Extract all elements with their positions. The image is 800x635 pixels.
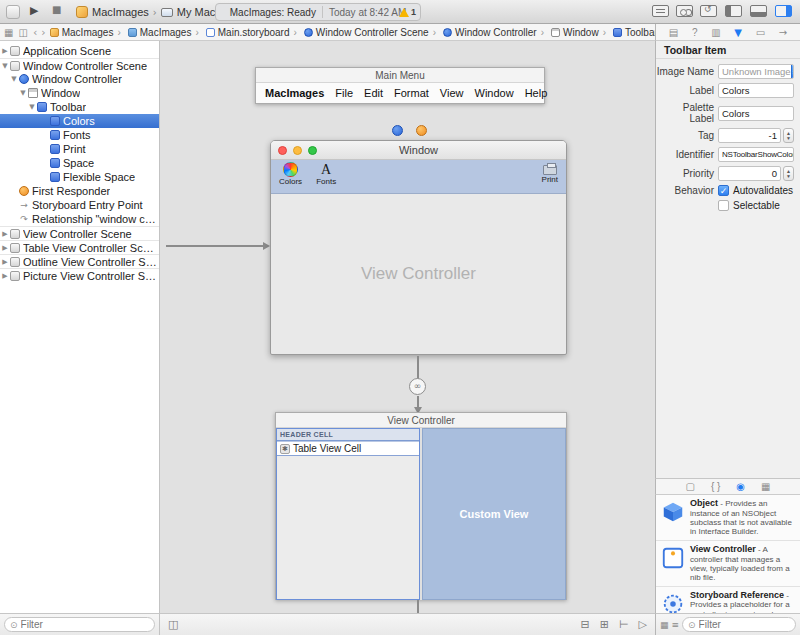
forward-button[interactable]: › (41, 26, 45, 39)
library-item-view-controller[interactable]: View Controller - A controller that mana… (656, 541, 800, 587)
outline-row-application-scene[interactable]: ▶Application Scene (0, 44, 159, 58)
warning-badge[interactable]: 1 (399, 7, 416, 17)
outline-row-window-controller-scene[interactable]: ▼Window Controller Scene (0, 58, 159, 72)
align-button-icon[interactable]: ⊞ (600, 618, 609, 631)
storyboard-entry-arrow[interactable] (166, 245, 264, 247)
window-mock[interactable]: Window Colors A Fonts Print View Contro (270, 140, 567, 355)
size-inspector-icon[interactable]: ▭ (756, 27, 765, 38)
main-menu-panel[interactable]: Main Menu MacImages File Edit Format Vie… (255, 67, 545, 104)
tag-stepper[interactable]: ▲▼ (783, 128, 794, 143)
label-field[interactable]: Colors (718, 83, 794, 98)
library-item-object[interactable]: Object - Provides an instance of an NSOb… (656, 495, 800, 541)
zoom-icon[interactable] (308, 146, 317, 155)
grid-view-icon[interactable]: ▦ (660, 620, 669, 630)
run-button[interactable]: ▶ (30, 4, 38, 17)
utilities-toggle-icon[interactable] (775, 5, 792, 17)
custom-view[interactable]: Custom View (422, 428, 566, 600)
selectable-checkbox[interactable] (718, 200, 729, 211)
table-view-cell[interactable]: ✱ Table View Cell (277, 441, 419, 456)
stack-button-icon[interactable]: ⊟ (581, 618, 590, 631)
menu-item-view[interactable]: View (440, 87, 464, 99)
assistant-editor-icon[interactable] (676, 5, 693, 17)
view-controller-panel[interactable]: View Controller HEADER CELL ✱ Table View… (275, 412, 567, 600)
pin-button-icon[interactable]: ⊢ (619, 618, 629, 631)
quick-help-inspector-icon[interactable]: ? (692, 27, 698, 38)
outline-row-space[interactable]: Space (0, 156, 159, 170)
window-toolbar[interactable]: Colors A Fonts Print (271, 160, 566, 194)
identifier-field[interactable]: NSToolbarShowColorsItem (718, 147, 794, 162)
autovalidates-checkbox[interactable] (718, 185, 729, 196)
resolve-button-icon[interactable]: ▷ (639, 618, 647, 631)
selectable-option[interactable]: Selectable (718, 200, 780, 211)
window-controller-dock-icon[interactable] (392, 125, 403, 136)
menu-item-file[interactable]: File (335, 87, 353, 99)
first-responder-dock-icon[interactable] (416, 125, 427, 136)
menu-item-edit[interactable]: Edit (364, 87, 383, 99)
menu-item-app[interactable]: MacImages (265, 87, 324, 99)
stop-button[interactable]: ■ (52, 4, 61, 15)
minimize-icon[interactable] (293, 146, 302, 155)
outline-row-print[interactable]: Print (0, 142, 159, 156)
identity-inspector-icon[interactable]: ▥ (711, 27, 720, 38)
outline-row-window[interactable]: ▼Window (0, 86, 159, 100)
navigator-toggle-icon[interactable] (725, 5, 742, 17)
outline-row-entry-point[interactable]: →Storyboard Entry Point (0, 198, 159, 212)
connections-inspector-icon[interactable]: → (779, 27, 787, 38)
breadcrumb-storyboard[interactable]: Main.storyboard (191, 27, 289, 38)
outline-row-flexible-space[interactable]: Flexible Space (0, 170, 159, 184)
breadcrumb-window[interactable]: Window (537, 27, 599, 38)
image-name-combo[interactable]: Unknown Image ▲▼ (718, 64, 794, 79)
palette-label-field[interactable]: Colors (718, 106, 794, 121)
library-filter-field[interactable]: ⊙ (682, 617, 796, 632)
outline-row-relationship[interactable]: ↷Relationship "window content" to "... (0, 212, 159, 226)
related-items-icon[interactable]: ▦ (4, 27, 13, 38)
breadcrumb-project[interactable]: MacImages (50, 27, 114, 38)
outline-toggle-icon[interactable]: ◫ (168, 618, 178, 631)
version-editor-icon[interactable] (700, 5, 717, 17)
debug-area-toggle-icon[interactable] (750, 5, 767, 17)
outline-filter-input[interactable] (21, 619, 149, 630)
library-filter-input[interactable] (699, 619, 790, 630)
standard-editor-icon[interactable] (652, 5, 669, 17)
colors-toolbar-item[interactable]: Colors (279, 162, 302, 186)
window-proxy-icon[interactable] (6, 5, 20, 19)
menu-item-help[interactable]: Help (525, 87, 548, 99)
combo-arrows-icon[interactable]: ▲▼ (791, 65, 794, 78)
outline-row-colors[interactable]: Colors (0, 114, 159, 128)
window-content-area[interactable]: View Controller (271, 194, 566, 354)
outline-row-toolbar[interactable]: ▼Toolbar (0, 100, 159, 114)
code-snippet-library-icon[interactable]: { } (711, 481, 720, 492)
outline-row-fonts[interactable]: Fonts (0, 128, 159, 142)
fonts-toolbar-item[interactable]: A Fonts (316, 162, 336, 186)
priority-stepper[interactable]: ▲▼ (783, 166, 794, 181)
file-template-library-icon[interactable]: ▢ (685, 481, 694, 492)
menu-item-format[interactable]: Format (394, 87, 429, 99)
outline-row-window-controller[interactable]: ▼Window Controller (0, 72, 159, 86)
priority-field[interactable]: 0 (718, 166, 781, 181)
back-button[interactable]: ‹ (33, 26, 37, 39)
breadcrumb-group[interactable]: MacImages (113, 27, 191, 38)
outline-row-view-controller-scene[interactable]: ▶View Controller Scene (0, 226, 159, 240)
object-library-icon[interactable]: ◉ (736, 481, 745, 492)
outline-row-table-view-controller-scene[interactable]: ▶Table View Controller Scene (0, 240, 159, 254)
menu-item-window[interactable]: Window (475, 87, 514, 99)
outline-filter-field[interactable]: ⊙ (4, 617, 155, 632)
breadcrumb-window-controller[interactable]: Window Controller (429, 27, 537, 38)
segue-link-icon[interactable]: ∞ (409, 378, 426, 395)
media-library-icon[interactable]: ▦ (761, 481, 770, 492)
close-icon[interactable] (278, 146, 287, 155)
tag-field[interactable]: -1 (718, 128, 781, 143)
table-header-cell[interactable]: HEADER CELL (277, 429, 419, 441)
file-inspector-icon[interactable]: ▤ (669, 27, 678, 38)
print-toolbar-item[interactable]: Print (542, 162, 558, 184)
outline-row-picture-view-controller-scene[interactable]: ▶Picture View Controller Scene (0, 268, 159, 282)
table-view[interactable]: HEADER CELL ✱ Table View Cell (276, 428, 420, 600)
scheme-selector[interactable]: MacImages › My Mac (76, 4, 215, 20)
list-view-icon[interactable]: ≡ (672, 620, 680, 630)
library-item-storyboard-reference[interactable]: Storyboard Reference - Provides a placeh… (656, 587, 800, 613)
editor-split-icon[interactable]: ◫ (18, 27, 27, 38)
storyboard-canvas[interactable]: Main Menu MacImages File Edit Format Vie… (160, 41, 655, 613)
attributes-inspector-icon[interactable]: ▼ (734, 27, 742, 38)
autovalidates-option[interactable]: Autovalidates (718, 185, 793, 196)
outline-row-outline-view-controller-scene[interactable]: ▶Outline View Controller Scene (0, 254, 159, 268)
